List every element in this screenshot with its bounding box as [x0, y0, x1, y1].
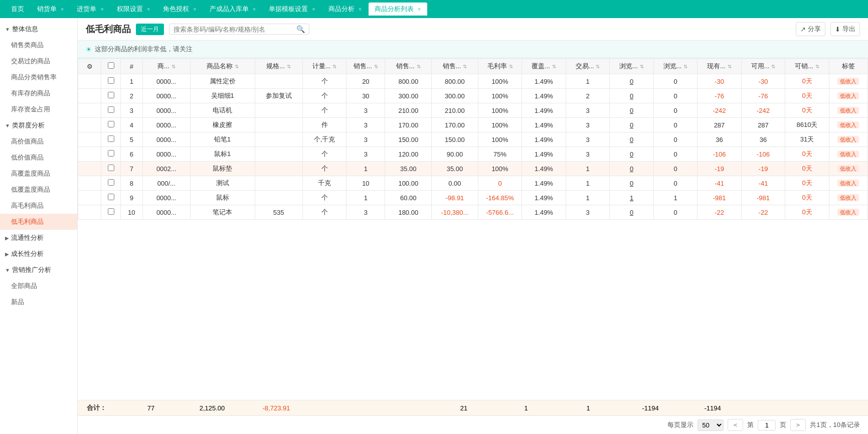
- sidebar-item-category-sales-rate[interactable]: 商品分类销售率: [0, 69, 77, 85]
- row-checkbox[interactable]: [108, 150, 114, 157]
- cell-check[interactable]: [101, 118, 121, 132]
- sidebar-group-cluster[interactable]: ▼ 类群度分析: [0, 117, 77, 133]
- col-header-available-stock[interactable]: 可用...⇅: [741, 59, 785, 74]
- col-header-view2[interactable]: 浏览...⇅: [653, 59, 698, 74]
- nav-role-auth[interactable]: 角色授权 ×: [157, 3, 202, 16]
- sidebar-item-in-stock[interactable]: 有库存的商品: [0, 85, 77, 101]
- row-checkbox[interactable]: [108, 179, 114, 186]
- cell-check[interactable]: [101, 176, 121, 191]
- row-checkbox[interactable]: [108, 121, 114, 127]
- cell-check[interactable]: [101, 103, 121, 118]
- nav-permissions[interactable]: 权限设置 ×: [111, 3, 156, 16]
- cell-view1[interactable]: 0: [610, 176, 654, 191]
- col-header-check[interactable]: [101, 59, 121, 74]
- col-header-sale-profit[interactable]: 销售...⇅: [432, 59, 478, 74]
- nav-product-entry[interactable]: 产成品入库单 ×: [204, 3, 262, 16]
- cell-view1[interactable]: 0: [610, 162, 654, 176]
- page-number-input[interactable]: [758, 420, 776, 430]
- cell-view1[interactable]: 0: [610, 89, 654, 103]
- sidebar-group-marketing[interactable]: ▼ 营销推广分析: [0, 262, 77, 278]
- cell-check[interactable]: [101, 74, 121, 89]
- col-header-settings[interactable]: ⚙: [78, 59, 101, 74]
- share-button[interactable]: ↗ 分享: [796, 22, 825, 36]
- cell-sale-profit: 90.00: [432, 147, 478, 162]
- sidebar-item-high-value[interactable]: 高价值商品: [0, 133, 77, 150]
- cell-sale-price: 210.00: [385, 103, 432, 118]
- row-checkbox[interactable]: [108, 77, 114, 84]
- row-checkbox[interactable]: [108, 106, 114, 113]
- close-icon[interactable]: ×: [61, 6, 64, 12]
- row-checkbox[interactable]: [108, 92, 114, 98]
- col-header-profit-rate[interactable]: 毛利率⇅: [478, 59, 522, 74]
- prev-page-button[interactable]: ＜: [728, 419, 743, 431]
- page-label-pre: 第: [747, 420, 754, 429]
- col-header-current-stock[interactable]: 现有...⇅: [698, 59, 742, 74]
- sidebar-item-new-products[interactable]: 新品: [0, 294, 77, 310]
- cell-view1[interactable]: 0: [610, 205, 654, 220]
- sidebar-group-liquidity[interactable]: ▶ 流通性分析: [0, 230, 77, 246]
- select-all-checkbox[interactable]: [108, 62, 114, 69]
- close-icon[interactable]: ×: [100, 6, 103, 12]
- cell-check[interactable]: [101, 191, 121, 205]
- cell-check[interactable]: [101, 89, 121, 103]
- cell-available: -76: [741, 89, 785, 103]
- row-checkbox[interactable]: [108, 135, 114, 142]
- row-checkbox[interactable]: [108, 194, 114, 200]
- close-icon[interactable]: ×: [418, 6, 421, 12]
- nav-home[interactable]: 首页: [5, 3, 30, 16]
- sidebar-item-traded-products[interactable]: 交易过的商品: [0, 53, 77, 69]
- nav-purchase-order[interactable]: 进货单 ×: [71, 3, 109, 16]
- sidebar-item-all-products[interactable]: 全部商品: [0, 278, 77, 294]
- col-header-sale-qty[interactable]: 销售...⇅: [346, 59, 385, 74]
- cell-check[interactable]: [101, 147, 121, 162]
- cell-check[interactable]: [101, 162, 121, 176]
- row-checkbox[interactable]: [108, 165, 114, 171]
- cell-view1[interactable]: 0: [610, 118, 654, 132]
- page-size-select[interactable]: 50 100 200: [698, 419, 724, 431]
- sidebar-item-stock-capital[interactable]: 库存资金占用: [0, 101, 77, 117]
- close-icon[interactable]: ×: [193, 6, 196, 12]
- cell-view1[interactable]: 1: [610, 191, 654, 205]
- cell-view1[interactable]: 0: [610, 147, 654, 162]
- cell-view1[interactable]: 0: [610, 103, 654, 118]
- cell-current: -242: [698, 103, 742, 118]
- sidebar-group-overall[interactable]: ▼ 整体信息: [0, 21, 77, 37]
- sidebar-item-low-margin[interactable]: 低毛利商品: [0, 214, 77, 230]
- col-header-code[interactable]: 商...⇅: [142, 59, 190, 74]
- sidebar-group-growth[interactable]: ▶ 成长性分析: [0, 246, 77, 262]
- sidebar-item-sales-products[interactable]: 销售类商品: [0, 37, 77, 53]
- cell-view1[interactable]: 0: [610, 132, 654, 147]
- close-icon[interactable]: ×: [312, 6, 315, 12]
- search-input[interactable]: [173, 26, 296, 33]
- row-checkbox[interactable]: [108, 208, 114, 215]
- nav-product-analysis[interactable]: 商品分析 ×: [322, 3, 368, 16]
- data-table-wrapper[interactable]: ⚙ # 商...⇅ 商品名称⇅ 规格...⇅ 计量...: [78, 58, 868, 400]
- col-header-spec[interactable]: 规格...⇅: [255, 59, 302, 74]
- close-icon[interactable]: ×: [359, 6, 362, 12]
- nav-template-settings[interactable]: 单据模板设置 ×: [263, 3, 321, 16]
- col-header-view1[interactable]: 浏览...⇅: [610, 59, 654, 74]
- date-filter-button[interactable]: 近一月: [136, 24, 164, 35]
- cell-view1[interactable]: 0: [610, 74, 654, 89]
- col-header-unit[interactable]: 计量...⇅: [302, 59, 346, 74]
- col-header-coverage[interactable]: 覆盖...⇅: [522, 59, 566, 74]
- cell-trade: 1: [566, 176, 610, 191]
- cell-check[interactable]: [101, 132, 121, 147]
- col-header-sale-price[interactable]: 销售...⇅: [385, 59, 432, 74]
- cell-check[interactable]: [101, 205, 121, 220]
- sidebar-item-high-margin[interactable]: 高毛利商品: [0, 198, 77, 214]
- col-header-trade[interactable]: 交易...⇅: [566, 59, 610, 74]
- nav-product-analysis-list[interactable]: 商品分析列表 ×: [369, 3, 427, 16]
- sidebar-item-high-coverage[interactable]: 高覆盖度商品: [0, 166, 77, 182]
- col-header-sellable-days[interactable]: 可销...⇅: [785, 59, 829, 74]
- nav-sales-order[interactable]: 销货单 ×: [31, 3, 70, 16]
- col-header-name[interactable]: 商品名称⇅: [190, 59, 255, 74]
- export-button[interactable]: ⬇ 导出: [830, 22, 860, 36]
- close-icon[interactable]: ×: [253, 6, 256, 12]
- next-page-button[interactable]: ＞: [790, 419, 806, 431]
- sidebar-item-low-value[interactable]: 低价值商品: [0, 150, 77, 166]
- close-icon[interactable]: ×: [147, 6, 150, 12]
- cell-code: 0000...: [142, 205, 190, 220]
- sidebar-item-low-coverage[interactable]: 低覆盖度商品: [0, 182, 77, 198]
- page-label-post: 页: [780, 420, 786, 429]
